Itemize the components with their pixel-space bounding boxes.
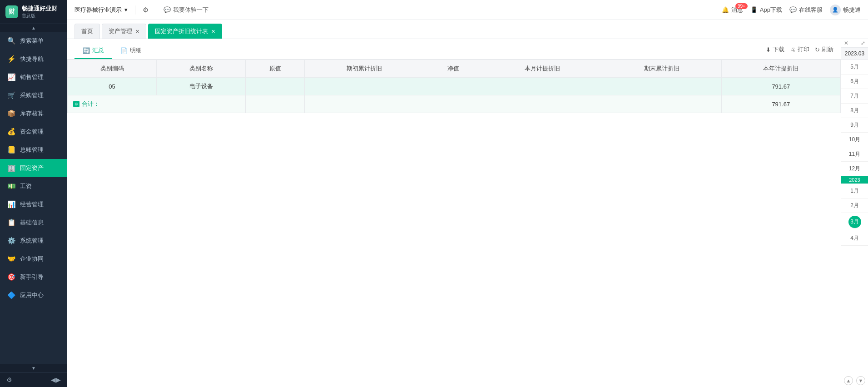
sidebar-item-inventory[interactable]: 📦 库存核算 (0, 104, 67, 123)
sidebar-item-label: 资金管理 (20, 128, 44, 136)
tab-depreciation-table[interactable]: 固定资产折旧统计表 ✕ (148, 24, 222, 39)
sidebar-item-ledger[interactable]: 📒 总账管理 (0, 141, 67, 159)
print-label: 打印 (798, 45, 809, 54)
sidebar-item-quick-nav[interactable]: ⚡ 快捷导航 (0, 50, 67, 68)
quick-nav-icon: ⚡ (7, 55, 15, 63)
experience-button[interactable]: 💬 我要体验一下 (164, 6, 208, 14)
main-area: 医疗器械行业演示 ▾ ⚙ 💬 我要体验一下 🔔 消息 99+ 📱 App下载 💬… (67, 0, 868, 387)
date-panel-controls: ✕ ⤢ (841, 39, 868, 48)
topbar-divider1 (135, 5, 135, 15)
cell-end-depreciation (602, 78, 721, 95)
date-down-btn[interactable]: ▼ (856, 376, 865, 385)
col-code: 类别编码 (68, 60, 157, 78)
col-end-depreciation: 期末累计折旧 (602, 60, 721, 78)
cell-name: 电子设备 (157, 78, 246, 95)
topbar-divider2 (156, 5, 156, 15)
date-item-3[interactable]: 3月 (848, 216, 861, 228)
date-panel-list: 5月 6月 7月 8月 9月 10月 11月 12月 2023 1月 2月 3月… (841, 60, 868, 374)
online-service-icon: 💬 (789, 6, 797, 13)
tab-asset-mgmt-label: 资产管理 (109, 27, 132, 35)
tab-home-label: 首页 (81, 27, 93, 35)
tab-asset-mgmt[interactable]: 资产管理 ✕ (102, 24, 146, 39)
app-logo: 财 畅捷通好业财 普及版 (0, 0, 67, 24)
cell-original-value (246, 78, 305, 95)
date-item-7[interactable]: 7月 (841, 89, 868, 104)
message-button[interactable]: 🔔 消息 99+ (722, 6, 743, 14)
table-row: 05 电子设备 791.67 (68, 78, 841, 95)
subtotal-end-depreciation (602, 95, 721, 113)
subtotal-original-value (246, 95, 305, 113)
date-item-12[interactable]: 12月 (841, 162, 868, 176)
topbar-settings-icon[interactable]: ⚙ (143, 6, 149, 14)
online-service-label: 在线客服 (799, 6, 823, 14)
cell-initial-depreciation (305, 78, 424, 95)
user-menu[interactable]: 👤 畅捷通 (830, 5, 861, 15)
tab-depreciation-label: 固定资产折旧统计表 (155, 27, 208, 35)
date-panel: ✕ ⤢ 2023.03 5月 6月 7月 8月 9月 10月 11月 12月 2… (841, 39, 868, 387)
operations-icon: 📊 (7, 200, 15, 208)
sidebar: 财 畅捷通好业财 普及版 ▲ 🔍 搜索菜单 ⚡ 快捷导航 📈 销售管理 🛒 采购… (0, 0, 67, 387)
user-avatar: 👤 (830, 5, 841, 15)
sidebar-item-fixed-assets[interactable]: 🏢 固定资产 (0, 159, 67, 177)
topbar-right: 🔔 消息 99+ 📱 App下载 💬 在线客服 👤 畅捷通 (722, 5, 861, 15)
date-item-9[interactable]: 9月 (841, 118, 868, 133)
sub-tab-summary[interactable]: 🔄 汇总 (74, 43, 112, 59)
date-item-5[interactable]: 5月 (841, 60, 868, 74)
refresh-button[interactable]: ↻ 刷新 (815, 45, 833, 54)
sidebar-item-app-center[interactable]: 🔷 应用中心 (0, 286, 67, 304)
tab-asset-mgmt-close[interactable]: ✕ (135, 29, 139, 35)
sidebar-item-label: 采购管理 (20, 91, 44, 99)
date-panel-expand-btn[interactable]: ⤢ (861, 40, 865, 46)
inventory-icon: 📦 (7, 109, 15, 118)
print-button[interactable]: 🖨 打印 (790, 45, 809, 54)
tab-home[interactable]: 首页 (74, 24, 100, 39)
download-button[interactable]: ⬇ 下载 (766, 45, 784, 54)
content-wrapper: 🔄 汇总 📄 明细 ⬇ 下载 🖨 打印 (67, 39, 868, 387)
payroll-icon: 💵 (7, 182, 15, 190)
sidebar-item-payroll[interactable]: 💵 工资 (0, 177, 67, 195)
date-item-6[interactable]: 6月 (841, 74, 868, 89)
sidebar-item-system[interactable]: ⚙️ 系统管理 (0, 232, 67, 250)
download-icon: ⬇ (766, 46, 771, 53)
sidebar-item-basic-info[interactable]: 📋 基础信息 (0, 213, 67, 232)
logo-text-container: 畅捷通好业财 普及版 (22, 5, 57, 19)
sidebar-item-search[interactable]: 🔍 搜索菜单 (0, 32, 67, 50)
app-download-button[interactable]: 📱 App下载 (750, 6, 782, 14)
date-item-4[interactable]: 4月 (841, 231, 868, 246)
sidebar-item-purchase[interactable]: 🛒 采购管理 (0, 86, 67, 104)
sidebar-item-sales[interactable]: 📈 销售管理 (0, 68, 67, 86)
date-item-2[interactable]: 2月 (841, 198, 868, 213)
date-panel-footer: ▲ ▼ (841, 374, 868, 387)
sidebar-item-company-collab[interactable]: 🤝 企业协同 (0, 250, 67, 268)
date-panel-close-btn[interactable]: ✕ (844, 40, 848, 46)
date-item-10[interactable]: 10月 (841, 133, 868, 147)
sidebar-scroll-down[interactable]: ▼ (0, 364, 67, 372)
sidebar-item-label: 应用中心 (20, 291, 44, 299)
company-collab-icon: 🤝 (7, 255, 15, 263)
sidebar-item-finance[interactable]: 💰 资金管理 (0, 123, 67, 141)
sidebar-item-label: 销售管理 (20, 73, 44, 81)
date-up-btn[interactable]: ▲ (844, 376, 853, 385)
sidebar-scroll-up[interactable]: ▲ (0, 24, 67, 32)
message-badge: 99+ (735, 3, 748, 9)
tabbar: 首页 资产管理 ✕ 固定资产折旧统计表 ✕ (67, 20, 868, 39)
tab-depreciation-close[interactable]: ✕ (211, 29, 215, 35)
sidebar-settings-button[interactable]: ⚙ (6, 376, 12, 383)
depreciation-table: 类别编码 类别名称 原值 期初累计折旧 净值 本月计提折旧 期末累计折旧 本年计… (67, 60, 841, 113)
cell-code: 05 (68, 78, 157, 95)
date-item-1[interactable]: 1月 (841, 184, 868, 198)
sales-icon: 📈 (7, 73, 15, 81)
sidebar-collapse-button[interactable]: ◀▶ (51, 376, 61, 383)
sidebar-item-label: 搜索菜单 (20, 37, 44, 45)
date-item-11[interactable]: 11月 (841, 147, 868, 162)
subtotal-text: 合计： (82, 100, 99, 108)
company-selector[interactable]: 医疗器械行业演示 ▾ (74, 6, 128, 14)
sub-tab-detail[interactable]: 📄 明细 (112, 43, 150, 59)
sidebar-bottom: ⚙ ◀▶ (0, 372, 67, 387)
online-service-button[interactable]: 💬 在线客服 (789, 6, 823, 14)
logo-title: 畅捷通好业财 (22, 5, 57, 13)
company-dropdown-icon: ▾ (124, 6, 128, 13)
sidebar-item-operations[interactable]: 📊 经营管理 (0, 195, 67, 213)
sidebar-item-guide[interactable]: 🎯 新手引导 (0, 268, 67, 286)
date-item-8[interactable]: 8月 (841, 104, 868, 118)
